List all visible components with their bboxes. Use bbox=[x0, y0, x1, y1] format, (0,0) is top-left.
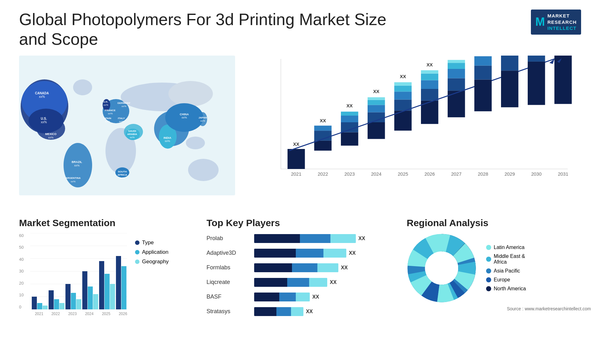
player-names: Prolab Adaptive3D Formlabs Liqcreate BAS… bbox=[207, 233, 248, 317]
svg-rect-143 bbox=[116, 256, 121, 309]
legend-application: Application bbox=[135, 249, 176, 255]
svg-rect-99 bbox=[474, 79, 492, 111]
svg-text:xx%: xx% bbox=[48, 136, 53, 139]
svg-rect-132 bbox=[71, 293, 76, 309]
svg-rect-87 bbox=[421, 70, 438, 74]
basf-seg3 bbox=[296, 293, 310, 301]
regional-content: Latin America Middle East &Africa Asia P… bbox=[407, 233, 591, 303]
svg-text:2026: 2026 bbox=[119, 312, 127, 316]
prolab-stack bbox=[254, 234, 356, 243]
player-name-formlabs: Formlabs bbox=[207, 262, 248, 273]
svg-text:2021: 2021 bbox=[35, 312, 44, 316]
map-section: CANADA xx% U.S. xx% MEXICO xx% BRAZIL xx… bbox=[19, 56, 235, 208]
svg-text:xx%: xx% bbox=[105, 120, 110, 123]
svg-rect-104 bbox=[501, 71, 518, 107]
adaptive3d-seg3 bbox=[323, 249, 347, 258]
basf-seg2 bbox=[279, 293, 296, 301]
top-content: CANADA xx% U.S. xx% MEXICO xx% BRAZIL xx… bbox=[19, 56, 591, 208]
svg-rect-125 bbox=[43, 306, 48, 309]
player-bars: XX XX bbox=[254, 233, 397, 317]
svg-text:XX: XX bbox=[453, 56, 460, 57]
segmentation-title: Market Segmentation bbox=[19, 218, 197, 228]
donut-svg bbox=[407, 233, 477, 303]
svg-rect-69 bbox=[368, 122, 385, 139]
regional-legend: Latin America Middle East &Africa Asia P… bbox=[486, 245, 526, 292]
svg-text:ARGENTINA: ARGENTINA bbox=[65, 177, 81, 179]
adaptive3d-stack bbox=[254, 249, 346, 258]
svg-point-20 bbox=[188, 159, 219, 181]
player-name-liqcreate: Liqcreate bbox=[207, 277, 248, 288]
legend-label-application: Application bbox=[142, 249, 168, 255]
prolab-seg2 bbox=[300, 234, 330, 243]
logo-text: MARKET RESEARCH INTELLECT bbox=[547, 13, 577, 31]
key-players-title: Top Key Players bbox=[207, 218, 397, 228]
legend-dot-geography bbox=[135, 260, 139, 264]
svg-rect-66 bbox=[341, 111, 358, 116]
svg-text:2030: 2030 bbox=[531, 172, 542, 177]
svg-rect-136 bbox=[88, 286, 93, 309]
svg-rect-55 bbox=[288, 149, 305, 169]
player-name-prolab: Prolab bbox=[207, 233, 248, 244]
svg-text:2025: 2025 bbox=[398, 172, 408, 177]
basf-xx: XX bbox=[312, 294, 319, 300]
y-label-20: 20 bbox=[19, 281, 24, 286]
legend-type: Type bbox=[135, 239, 176, 246]
svg-rect-92 bbox=[448, 69, 465, 78]
svg-rect-135 bbox=[82, 271, 87, 309]
svg-point-14 bbox=[168, 81, 213, 106]
y-label-50: 50 bbox=[19, 245, 24, 250]
key-players-section: Top Key Players Prolab Adaptive3D Formla… bbox=[207, 218, 397, 327]
logo-area: M MARKET RESEARCH INTELLECT bbox=[521, 10, 591, 35]
svg-text:2031: 2031 bbox=[558, 172, 568, 177]
svg-rect-108 bbox=[528, 62, 545, 105]
svg-text:FRANCE: FRANCE bbox=[105, 109, 116, 112]
svg-point-5 bbox=[73, 79, 92, 95]
svg-rect-131 bbox=[65, 284, 71, 309]
adaptive3d-seg2 bbox=[296, 249, 323, 258]
svg-text:MEXICO: MEXICO bbox=[45, 132, 57, 136]
svg-text:xx%: xx% bbox=[74, 164, 79, 167]
reg-label-europe: Europe bbox=[494, 277, 510, 283]
y-label-0: 0 bbox=[19, 305, 24, 309]
liqcreate-seg1 bbox=[254, 278, 287, 287]
bottom-row: Market Segmentation 60 50 40 30 20 10 0 bbox=[19, 218, 591, 327]
player-bar-basf: XX bbox=[254, 292, 397, 302]
legend-label-geography: Geography bbox=[142, 259, 169, 265]
svg-text:XX: XX bbox=[373, 89, 380, 94]
logo-line1: MARKET bbox=[547, 13, 577, 19]
svg-text:SAUDI: SAUDI bbox=[128, 130, 136, 132]
logo-letter: M bbox=[535, 15, 545, 30]
reg-dot-latin bbox=[486, 245, 491, 250]
seg-chart-area: 60 50 40 30 20 10 0 bbox=[19, 233, 197, 327]
legend-dot-type bbox=[135, 240, 139, 245]
y-label-30: 30 bbox=[19, 269, 24, 273]
svg-text:XX: XX bbox=[427, 62, 433, 67]
source-text: Source : www.marketresearchintellect.com bbox=[407, 306, 591, 311]
player-name-stratasys: Stratasys bbox=[207, 306, 248, 317]
logo-box: M MARKET RESEARCH INTELLECT bbox=[531, 10, 581, 35]
svg-rect-60 bbox=[314, 125, 332, 131]
svg-text:XX: XX bbox=[293, 141, 300, 146]
svg-text:xx%: xx% bbox=[39, 95, 45, 98]
player-name-basf: BASF bbox=[207, 292, 248, 302]
svg-text:ITALY: ITALY bbox=[118, 117, 125, 120]
player-bar-stratasys: XX bbox=[254, 306, 397, 317]
seg-legend: Type Application Geography bbox=[135, 233, 176, 265]
svg-rect-144 bbox=[121, 266, 126, 309]
svg-text:SOUTH: SOUTH bbox=[118, 170, 127, 173]
svg-rect-100 bbox=[474, 65, 492, 79]
reg-label-apac: Asia Pacific bbox=[494, 268, 520, 274]
y-label-40: 40 bbox=[19, 257, 24, 262]
reg-legend-europe: Europe bbox=[486, 277, 526, 283]
svg-text:2022: 2022 bbox=[51, 312, 60, 316]
svg-rect-84 bbox=[421, 89, 438, 101]
svg-rect-63 bbox=[341, 132, 358, 145]
liqcreate-seg2 bbox=[287, 278, 309, 287]
svg-text:xx%: xx% bbox=[181, 116, 187, 119]
logo-line2: RESEARCH bbox=[547, 19, 577, 25]
reg-dot-europe bbox=[486, 277, 491, 282]
basf-seg1 bbox=[254, 293, 279, 301]
y-label-60: 60 bbox=[19, 233, 24, 238]
reg-label-latin: Latin America bbox=[494, 245, 525, 250]
svg-text:AFRICA: AFRICA bbox=[118, 173, 127, 176]
